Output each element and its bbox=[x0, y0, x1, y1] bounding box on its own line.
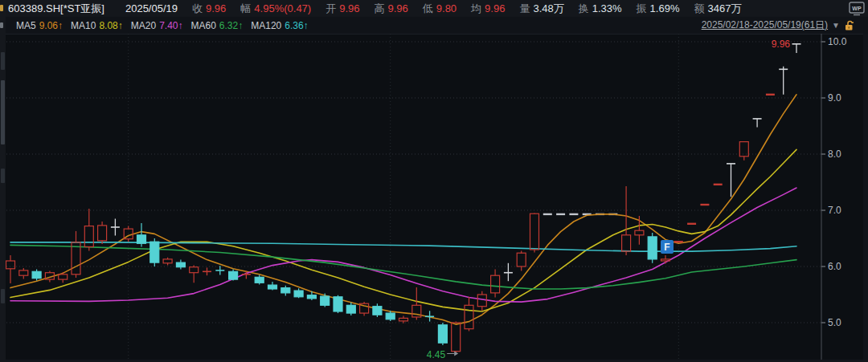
field-label: 低 bbox=[423, 2, 433, 14]
quote-field: 开9.96 bbox=[326, 2, 359, 14]
field-label: 高 bbox=[374, 2, 384, 14]
clipped-icon-fragment bbox=[0, 22, 3, 28]
candle-body bbox=[452, 323, 461, 352]
y-axis-label: 10.0 bbox=[828, 36, 847, 47]
chevron-down-icon[interactable]: ▼ bbox=[832, 21, 840, 30]
y-axis-label: 8.0 bbox=[828, 148, 841, 160]
candle-body bbox=[176, 262, 185, 267]
field-label: 幅 bbox=[240, 2, 251, 14]
quote-field: 换1.33% bbox=[579, 2, 622, 14]
ma-legend-item: MA606.32↑ bbox=[190, 20, 243, 31]
y-axis-label: 6.0 bbox=[828, 261, 841, 272]
candle-body bbox=[517, 253, 526, 266]
candle-body bbox=[346, 305, 355, 313]
candle-body bbox=[190, 267, 199, 273]
ma-legend-item: MA1206.36↑ bbox=[251, 20, 308, 31]
ma-legend-items: MA59.06↑MA108.08↑MA207.40↑MA606.32↑MA120… bbox=[8, 20, 309, 31]
field-value: 9.96 bbox=[206, 2, 226, 14]
clipped-scrollbar-thumb bbox=[1, 80, 5, 144]
field-value: 3.48万 bbox=[533, 2, 563, 14]
field-value: 9.96 bbox=[485, 2, 505, 14]
candle-body bbox=[530, 214, 539, 250]
quote-field: 低9.80 bbox=[423, 2, 457, 14]
candle-body bbox=[635, 230, 644, 235]
ma-label: MA60 bbox=[190, 20, 215, 31]
y-axis-label: 7.0 bbox=[828, 205, 841, 216]
candle-body bbox=[294, 291, 303, 297]
ma-label: MA20 bbox=[131, 20, 156, 31]
candle-body bbox=[399, 318, 408, 321]
kline-chart[interactable]: 10.09.08.07.06.05.09.964.45F bbox=[0, 34, 868, 362]
quote-header: 603389.SH[*ST亚振] 2025/05/19 收9.96幅4.95%(… bbox=[0, 0, 868, 17]
clipped-sidebar-item bbox=[1, 52, 5, 70]
candle-body bbox=[268, 285, 277, 289]
clipped-sidebar-item bbox=[1, 289, 5, 303]
date-range-link[interactable]: 2025/02/18-2025/05/19(61日) bbox=[702, 18, 828, 32]
field-label: 均 bbox=[471, 2, 481, 14]
quote-field: 额3467万 bbox=[694, 2, 741, 14]
field-value: 4.95%(0.47) bbox=[254, 2, 311, 14]
field-label: 振 bbox=[637, 2, 647, 14]
event-badge-label: F bbox=[664, 242, 669, 253]
candle-body bbox=[150, 242, 159, 262]
candle-body bbox=[84, 226, 93, 247]
candle-body bbox=[386, 313, 395, 319]
candle-body bbox=[373, 307, 382, 315]
wp-window-icon[interactable]: WP bbox=[848, 2, 866, 16]
quote-field: 幅4.95%(0.47) bbox=[240, 2, 311, 14]
ma-line-ma5 bbox=[10, 95, 796, 324]
unlock-icon[interactable] bbox=[844, 20, 855, 31]
candle-body bbox=[321, 296, 330, 305]
candle-body bbox=[477, 295, 486, 307]
y-axis-label: 5.0 bbox=[828, 317, 841, 328]
field-label: 额 bbox=[694, 2, 704, 14]
stock-symbol: 603389.SH[*ST亚振] bbox=[8, 2, 104, 16]
ma-value: 6.36↑ bbox=[285, 20, 308, 31]
candle-body bbox=[163, 259, 172, 263]
candle-body bbox=[622, 235, 631, 251]
quote-date: 2025/05/19 bbox=[125, 2, 178, 14]
ma-value: 6.32↑ bbox=[219, 20, 243, 31]
wp-icon-text: WP bbox=[852, 6, 862, 11]
candle-body bbox=[19, 270, 28, 275]
candle-body bbox=[98, 226, 107, 241]
candle-body bbox=[438, 325, 447, 343]
low-price-label: 4.45 bbox=[427, 349, 446, 360]
ma-legend-item: MA59.06↑ bbox=[16, 20, 63, 31]
ma-label: MA5 bbox=[16, 20, 36, 31]
candle-body bbox=[334, 297, 342, 311]
ma-label: MA10 bbox=[71, 20, 96, 31]
clipped-icon-fragment bbox=[0, 5, 3, 11]
candle-body bbox=[59, 275, 68, 279]
candle-body bbox=[281, 288, 290, 293]
field-value: 9.96 bbox=[339, 2, 359, 14]
quote-field: 量3.48万 bbox=[519, 2, 563, 14]
field-value: 3467万 bbox=[707, 2, 741, 14]
field-label: 换 bbox=[579, 2, 589, 14]
quote-field: 收9.96 bbox=[192, 2, 226, 14]
field-label: 量 bbox=[519, 2, 530, 14]
candle-body bbox=[648, 237, 657, 259]
candle-body bbox=[32, 271, 41, 278]
stock-kline-window: 603389.SH[*ST亚振] 2025/05/19 收9.96幅4.95%(… bbox=[0, 0, 868, 362]
field-value: 9.96 bbox=[387, 2, 407, 14]
field-value: 1.69% bbox=[650, 2, 680, 14]
quote-field: 均9.96 bbox=[471, 2, 505, 14]
candle-body bbox=[255, 277, 264, 283]
candle-body bbox=[229, 271, 238, 279]
field-label: 收 bbox=[192, 2, 203, 14]
y-axis-label: 9.0 bbox=[828, 92, 841, 104]
quote-fields: 收9.96幅4.95%(0.47)开9.96高9.96低9.80均9.96量3.… bbox=[178, 2, 741, 16]
candle-body bbox=[491, 275, 500, 293]
ma-legend-item: MA108.08↑ bbox=[71, 20, 123, 31]
left-edge-strip bbox=[0, 0, 6, 362]
field-value: 9.80 bbox=[436, 2, 457, 14]
candle-body bbox=[465, 305, 473, 328]
ma-value: 7.40↑ bbox=[159, 20, 182, 31]
right-edge-strip bbox=[863, 34, 868, 360]
candle-body bbox=[307, 295, 316, 299]
quote-field: 振1.69% bbox=[637, 2, 680, 14]
candle-body bbox=[137, 235, 146, 244]
ma-legend-item: MA207.40↑ bbox=[131, 20, 183, 31]
ma-line-ma10 bbox=[10, 149, 796, 311]
